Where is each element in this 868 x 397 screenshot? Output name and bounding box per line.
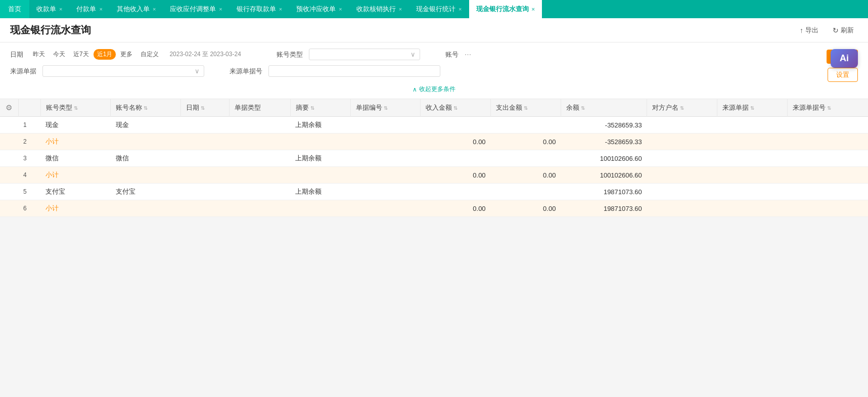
table-cell (787, 134, 868, 150)
table-cell (229, 117, 290, 134)
table-cell: 支付宝 (40, 184, 111, 200)
close-icon[interactable]: × (153, 6, 156, 12)
table-cell: 6 (18, 200, 40, 217)
table-cell (229, 167, 290, 184)
nav-home[interactable]: 首页 (0, 0, 29, 18)
table-cell: 100102606.60 (561, 150, 647, 167)
table-cell (421, 117, 491, 134)
close-icon[interactable]: × (279, 6, 282, 12)
th-gear: ⚙ (0, 99, 18, 117)
table-cell (229, 184, 290, 200)
th-account-type: 账号类型 ⇅ (40, 99, 111, 117)
table-cell (111, 167, 181, 184)
filter-area: 日期 昨天 今天 近7天 近1月 更多 自定义 2023-02-24 至 202… (0, 42, 868, 99)
table-cell (0, 167, 18, 184)
table-cell (787, 167, 868, 184)
table-cell: 2 (18, 134, 40, 150)
table-cell (111, 200, 181, 217)
sort-icon: ⇅ (384, 105, 388, 111)
table-cell: 微信 (111, 150, 181, 167)
date-btn-7days[interactable]: 近7天 (70, 49, 93, 60)
table-cell: 上期余额 (290, 184, 350, 200)
export-button[interactable]: ↑ 导出 (796, 24, 823, 37)
dropdown-icon: ∨ (410, 51, 416, 58)
nav-tab-应收应付调整单[interactable]: 应收应付调整单 × (163, 0, 229, 18)
table-cell (181, 134, 230, 150)
nav-tab-银行存取款单[interactable]: 银行存取款单 × (230, 0, 289, 18)
table-cell (491, 184, 561, 200)
nav-tab-付款单[interactable]: 付款单 × (69, 0, 109, 18)
table-cell (647, 150, 717, 167)
table-cell (350, 134, 421, 150)
table-cell: 0.00 (491, 200, 561, 217)
date-btn-custom[interactable]: 自定义 (137, 49, 162, 60)
close-icon[interactable]: × (219, 6, 222, 12)
table-cell (290, 167, 350, 184)
date-btn-yesterday[interactable]: 昨天 (29, 49, 49, 60)
account-type-select[interactable]: ∨ (309, 49, 420, 60)
table-cell: 100102606.60 (561, 167, 647, 184)
table-cell (0, 134, 18, 150)
table-container: ⚙ 账号类型 ⇅ 账号名称 ⇅ 日期 (0, 99, 868, 217)
nav-tab-现金银行流水查询[interactable]: 现金银行流水查询 × (469, 0, 542, 18)
collapse-bar[interactable]: ∧ 收起更多条件 (10, 82, 858, 95)
table-cell: 19871073.60 (561, 184, 647, 200)
table-cell: 3 (18, 150, 40, 167)
nav-tab-其他收入单[interactable]: 其他收入单 × (110, 0, 163, 18)
sort-icon: ⇅ (310, 105, 314, 111)
date-btn-more[interactable]: 更多 (117, 49, 136, 60)
close-icon[interactable]: × (459, 6, 462, 12)
source-doc-select[interactable]: ∨ (42, 65, 204, 77)
date-btn-today[interactable]: 今天 (50, 49, 69, 60)
th-account-name: 账号名称 ⇅ (111, 99, 181, 117)
date-range: 2023-02-24 至 2023-03-24 (169, 50, 241, 59)
source-doc-no-input[interactable] (268, 65, 440, 77)
table-cell: 4 (18, 167, 40, 184)
table-cell (0, 184, 18, 200)
close-icon[interactable]: × (399, 6, 402, 12)
table-cell (181, 200, 230, 217)
gear-icon[interactable]: ⚙ (6, 103, 12, 112)
table-cell (647, 200, 717, 217)
table-cell (787, 200, 868, 217)
table-cell (181, 150, 230, 167)
nav-tab-收款核销执行[interactable]: 收款核销执行 × (349, 0, 409, 18)
close-icon[interactable]: × (99, 6, 102, 12)
refresh-button[interactable]: ↻ 刷新 (829, 24, 858, 37)
filter-left: 日期 昨天 今天 近7天 近1月 更多 自定义 2023-02-24 至 202… (10, 49, 827, 79)
table-cell (647, 134, 717, 150)
filter-date-group: 日期 昨天 今天 近7天 近1月 更多 自定义 2023-02-24 至 202… (10, 49, 241, 60)
table-row: 3微信微信上期余额100102606.60 (0, 150, 868, 167)
source-doc-no-label: 来源单据号 (230, 67, 262, 76)
export-icon: ↑ (800, 26, 803, 34)
ai-badge[interactable]: Ai (831, 49, 858, 68)
account-dots[interactable]: ··· (465, 50, 471, 59)
date-btn-1month[interactable]: 近1月 (94, 49, 116, 60)
table-cell (181, 117, 230, 134)
close-icon[interactable]: × (59, 6, 62, 12)
th-source-doc: 来源单据 ⇅ (717, 99, 788, 117)
refresh-icon: ↻ (833, 26, 839, 34)
account-label: 账号 (445, 50, 459, 59)
nav-tab-现金银行统计[interactable]: 现金银行统计 × (409, 0, 469, 18)
table-cell (647, 117, 717, 134)
table-cell: 0.00 (421, 134, 491, 150)
table-cell (717, 167, 788, 184)
table-cell: 19871073.60 (561, 200, 647, 217)
nav-tab-预收冲应收单[interactable]: 预收冲应收单 × (289, 0, 349, 18)
date-options: 昨天 今天 近7天 近1月 更多 自定义 (29, 49, 162, 60)
sort-icon: ⇅ (453, 105, 458, 111)
table-cell: 0.00 (421, 200, 491, 217)
th-date: 日期 ⇅ (181, 99, 230, 117)
table-cell (350, 167, 421, 184)
filter-account-group: 账号 ··· (445, 50, 474, 59)
nav-tab-收款单[interactable]: 收款单 × (29, 0, 69, 18)
settings-button[interactable]: 设置 (828, 68, 858, 82)
dropdown-icon: ∨ (195, 67, 200, 75)
close-icon[interactable]: × (532, 6, 535, 12)
close-icon[interactable]: × (339, 6, 342, 12)
table-cell (421, 184, 491, 200)
table-cell (421, 150, 491, 167)
table-row: 4小计0.000.00100102606.60 (0, 167, 868, 184)
filter-main-row: 日期 昨天 今天 近7天 近1月 更多 自定义 2023-02-24 至 202… (10, 49, 858, 82)
